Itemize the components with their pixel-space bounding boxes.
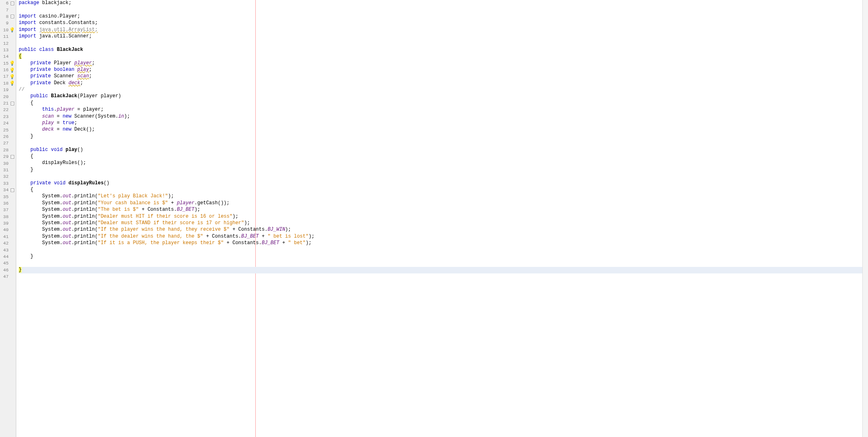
gutter-row[interactable]: 8− [0,13,16,20]
code-line[interactable]: package blackjack; [19,0,862,7]
gutter-row[interactable]: 36 [0,200,16,207]
code-line[interactable] [19,173,862,180]
gutter-row[interactable]: 23 [0,114,16,120]
gutter-row[interactable]: 18💡 [0,80,16,87]
editor-scrollbar[interactable] [862,0,868,437]
code-line[interactable]: scan = new Scanner(System.in); [19,114,862,120]
code-line[interactable]: { [19,153,862,160]
code-line[interactable]: System.out.println("The bet is $" + Cons… [19,207,862,213]
code-line[interactable]: import constants.Constants; [19,20,862,26]
gutter-row[interactable]: 47 [0,273,16,280]
gutter-row[interactable]: 6− [0,0,16,7]
gutter-row[interactable]: 39 [0,220,16,227]
warning-icon[interactable]: 💡 [9,81,15,86]
gutter-row[interactable]: 30 [0,160,16,166]
gutter-row[interactable]: 17💡 [0,73,16,80]
gutter-row[interactable]: 11 [0,33,16,40]
code-line[interactable]: { [19,187,862,193]
gutter-row[interactable]: 19 [0,87,16,93]
gutter-row[interactable]: 37 [0,207,16,213]
gutter-row[interactable]: 32 [0,173,16,180]
code-line[interactable]: // [19,87,862,93]
gutter-row[interactable]: 13 [0,47,16,53]
gutter-row[interactable]: 31 [0,167,16,173]
code-line[interactable]: import java.util.ArrayList; [19,27,862,33]
code-line[interactable]: this.player = player; [19,107,862,113]
warning-icon[interactable]: 💡 [9,27,15,33]
fold-minus-icon[interactable]: − [9,14,15,20]
gutter-row[interactable]: 45 [0,260,16,267]
gutter-row[interactable]: 14 [0,53,16,60]
gutter-row[interactable]: 20 [0,93,16,100]
code-line[interactable]: System.out.println("If the dealer wins t… [19,234,862,240]
code-line[interactable]: } [19,253,862,260]
code-line[interactable]: import casino.Player; [19,13,862,20]
code-line[interactable]: { [19,100,862,107]
code-line[interactable]: } [19,267,862,273]
gutter-spacer [9,260,15,266]
code-line[interactable]: System.out.println("If it is a PUSH, the… [19,240,862,247]
code-token: " bet" [288,240,306,246]
code-line[interactable]: System.out.println("If the player wins t… [19,227,862,233]
gutter-row[interactable]: 42 [0,240,16,247]
code-line[interactable] [19,273,862,280]
code-line[interactable]: { [19,53,862,60]
fold-minus-icon[interactable]: − [9,0,15,6]
gutter-row[interactable]: 26 [0,133,16,140]
fold-minus-icon[interactable]: − [9,187,15,193]
gutter-row[interactable]: 12 [0,40,16,46]
gutter-row[interactable]: 21− [0,100,16,107]
gutter-row[interactable]: 43 [0,247,16,253]
gutter-row[interactable]: 28 [0,147,16,153]
code-line[interactable]: } [19,167,862,173]
code-line[interactable]: private Deck deck; [19,80,862,87]
gutter-row[interactable]: 15💡 [0,60,16,67]
line-number: 25 [1,128,9,133]
warning-icon[interactable]: 💡 [9,74,15,79]
code-line[interactable] [19,260,862,267]
gutter-row[interactable]: 29− [0,153,16,160]
code-line[interactable]: System.out.println("Let's play Black Jac… [19,193,862,200]
code-line[interactable] [19,40,862,46]
gutter-row[interactable]: 46 [0,267,16,273]
code-line[interactable]: System.out.println("Your cash balance is… [19,200,862,207]
code-line[interactable] [19,140,862,146]
code-line[interactable]: public void play() [19,147,862,153]
gutter-row[interactable]: 7 [0,7,16,13]
gutter-row[interactable]: 40 [0,227,16,233]
fold-minus-icon[interactable]: − [9,154,15,160]
gutter-row[interactable]: 33 [0,180,16,187]
code-line[interactable] [19,247,862,253]
gutter-row[interactable]: 24 [0,120,16,127]
code-line[interactable]: displayRules(); [19,160,862,166]
code-line[interactable]: System.out.println("Dealer must STAND if… [19,220,862,227]
gutter-row[interactable]: 34− [0,187,16,193]
warning-icon[interactable]: 💡 [9,67,15,73]
gutter-row[interactable]: 27 [0,140,16,146]
code-line[interactable]: private Player player; [19,60,862,67]
code-line[interactable]: import java.util.Scanner; [19,33,862,40]
gutter-row[interactable]: 35 [0,193,16,200]
code-line[interactable]: private Scanner scan; [19,73,862,80]
code-line[interactable]: public class BlackJack [19,47,862,53]
fold-minus-icon[interactable]: − [9,101,15,106]
code-line[interactable]: private boolean play; [19,67,862,73]
code-line[interactable]: deck = new Deck(); [19,127,862,133]
gutter-row[interactable]: 41 [0,234,16,240]
gutter-row[interactable]: 16💡 [0,67,16,73]
gutter-row[interactable]: 25 [0,127,16,133]
warning-icon[interactable]: 💡 [9,61,15,66]
code-token: package [19,0,42,6]
gutter-row[interactable]: 10💡 [0,27,16,33]
gutter-row[interactable]: 9 [0,20,16,26]
gutter-row[interactable]: 38 [0,214,16,220]
code-line[interactable]: play = true; [19,120,862,127]
gutter-row[interactable]: 44 [0,253,16,260]
code-line[interactable]: public BlackJack(Player player) [19,93,862,100]
code-editor[interactable]: package blackjack;import casino.Player;i… [16,0,862,437]
code-line[interactable]: System.out.println("Dealer must HIT if t… [19,214,862,220]
gutter-row[interactable]: 22 [0,107,16,113]
code-line[interactable]: } [19,133,862,140]
code-line[interactable]: private void displayRules() [19,180,862,187]
code-line[interactable] [19,7,862,13]
